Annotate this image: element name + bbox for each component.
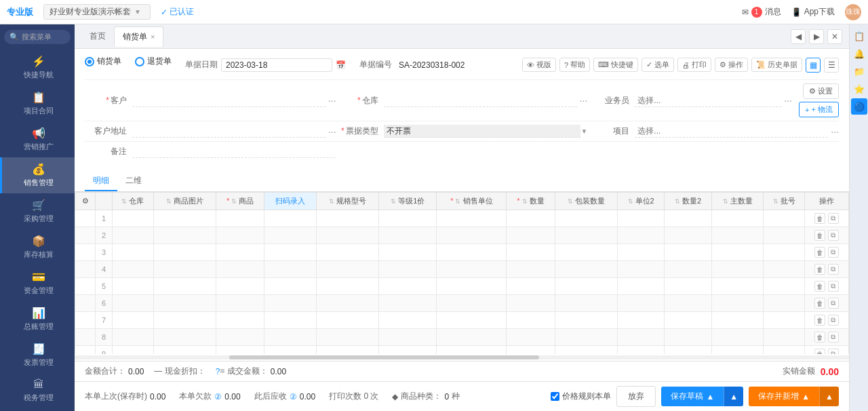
- table-row[interactable]: 7 🗑 ⧉: [75, 312, 849, 329]
- cell-barcode-2[interactable]: [264, 227, 316, 244]
- cell-sales-unit-7[interactable]: [437, 312, 507, 329]
- cell-product-4[interactable]: [216, 261, 264, 278]
- cell-product-img-7[interactable]: [153, 312, 216, 329]
- cell-quantity-2[interactable]: [507, 227, 555, 244]
- delete-row-icon-6[interactable]: 🗑: [814, 298, 825, 309]
- address-picker-btn[interactable]: ···: [328, 126, 336, 137]
- cell-batch-8[interactable]: [764, 329, 805, 346]
- copy-row-icon-9[interactable]: ⧉: [828, 349, 839, 354]
- col-barcode-header[interactable]: 扫码录入: [264, 193, 316, 210]
- table-row[interactable]: 3 🗑 ⧉: [75, 244, 849, 261]
- cell-unit2-4[interactable]: [617, 261, 664, 278]
- cell-quantity-6[interactable]: [507, 295, 555, 312]
- cell-grade-price-7[interactable]: [379, 312, 437, 329]
- cell-pack-qty-3[interactable]: [555, 244, 617, 261]
- tab-detail[interactable]: 明细: [85, 172, 117, 191]
- cell-pack-qty-5[interactable]: [555, 278, 617, 295]
- delete-row-icon-1[interactable]: 🗑: [814, 213, 825, 224]
- delete-row-icon-5[interactable]: 🗑: [814, 281, 825, 292]
- calendar-icon[interactable]: 📅: [336, 60, 346, 70]
- warehouse-picker-btn[interactable]: ···: [580, 95, 588, 106]
- radio-sales-order[interactable]: 销货单: [85, 56, 121, 67]
- cell-pack-qty-2[interactable]: [555, 227, 617, 244]
- cell-batch-4[interactable]: [764, 261, 805, 278]
- cell-warehouse-2[interactable]: [113, 227, 154, 244]
- table-row[interactable]: 2 🗑 ⧉: [75, 227, 849, 244]
- btn-save-draft[interactable]: 保存草稿 ▲: [661, 387, 724, 406]
- rp-icon-4[interactable]: ⭐: [851, 81, 867, 97]
- sidebar-item-assets[interactable]: 🏢 固定资产: [0, 408, 75, 411]
- cell-product-5[interactable]: [216, 278, 264, 295]
- address-input[interactable]: [132, 125, 326, 138]
- cell-quantity-4[interactable]: [507, 261, 555, 278]
- cell-qty2-3[interactable]: [665, 244, 711, 261]
- cell-grade-price-1[interactable]: [379, 210, 437, 227]
- price-policy-checkbox[interactable]: 价格规则本单: [551, 391, 611, 402]
- sidebar-item-inventory[interactable]: 📦 库存核算: [0, 229, 75, 265]
- sidebar-item-tax[interactable]: 🏛 税务管理: [0, 373, 75, 408]
- cell-warehouse-6[interactable]: [113, 295, 154, 312]
- prev-tab-button[interactable]: ◀: [791, 29, 806, 44]
- cell-sales-unit-2[interactable]: [437, 227, 507, 244]
- search-menu-button[interactable]: 🔍 搜索菜单: [4, 30, 71, 44]
- btn-save-new-arrow[interactable]: ▲: [819, 387, 839, 406]
- note-input[interactable]: [132, 145, 336, 158]
- cell-spec-6[interactable]: [316, 295, 378, 312]
- receivable-help-icon[interactable]: ②: [290, 392, 297, 402]
- user-avatar[interactable]: 珠珠: [845, 4, 861, 20]
- cell-unit2-5[interactable]: [617, 278, 664, 295]
- table-row[interactable]: 5 🗑 ⧉: [75, 278, 849, 295]
- cell-batch-7[interactable]: [764, 312, 805, 329]
- cell-warehouse-8[interactable]: [113, 329, 154, 346]
- cell-unit2-9[interactable]: [617, 346, 664, 355]
- cell-actions-9[interactable]: 🗑 ⧉: [804, 346, 848, 355]
- tab-close-button[interactable]: ×: [151, 33, 155, 41]
- cell-product-img-6[interactable]: [153, 295, 216, 312]
- company-selector[interactable]: 好业财专业版演示帐套 ▼: [43, 4, 151, 20]
- copy-row-icon-2[interactable]: ⧉: [828, 230, 839, 241]
- cell-batch-2[interactable]: [764, 227, 805, 244]
- cell-product-img-3[interactable]: [153, 244, 216, 261]
- copy-row-icon-4[interactable]: ⧉: [828, 264, 839, 275]
- cell-product-img-9[interactable]: [153, 346, 216, 355]
- view-toggle-1[interactable]: ▦: [806, 58, 821, 73]
- cell-product-9[interactable]: [216, 346, 264, 355]
- next-tab-button[interactable]: ▶: [809, 29, 824, 44]
- cell-spec-4[interactable]: [316, 261, 378, 278]
- cell-product-1[interactable]: [216, 210, 264, 227]
- cell-qty2-1[interactable]: [665, 210, 711, 227]
- app-download-button[interactable]: 📱 App下载: [791, 6, 835, 18]
- customer-picker-btn[interactable]: ···: [328, 95, 336, 106]
- cell-actions-6[interactable]: 🗑 ⧉: [804, 295, 848, 312]
- cell-product-3[interactable]: [216, 244, 264, 261]
- cell-main-qty-4[interactable]: [711, 261, 764, 278]
- cell-batch-5[interactable]: [764, 278, 805, 295]
- col-product-img-header[interactable]: ⇅ 商品图片: [153, 193, 216, 210]
- copy-row-icon-8[interactable]: ⧉: [828, 332, 839, 342]
- btn-save-new[interactable]: 保存并新增 ▲: [749, 387, 819, 406]
- delete-row-icon-9[interactable]: 🗑: [814, 349, 825, 354]
- cell-actions-3[interactable]: 🗑 ⧉: [804, 244, 848, 261]
- cell-product-8[interactable]: [216, 329, 264, 346]
- cell-barcode-3[interactable]: [264, 244, 316, 261]
- btn-setting[interactable]: ⚙ 设置: [803, 83, 839, 99]
- cell-unit2-2[interactable]: [617, 227, 664, 244]
- delete-row-icon-2[interactable]: 🗑: [814, 230, 825, 241]
- cell-warehouse-3[interactable]: [113, 244, 154, 261]
- cell-main-qty-9[interactable]: [711, 346, 764, 355]
- tab-2d[interactable]: 二维: [117, 172, 150, 191]
- cell-main-qty-6[interactable]: [711, 295, 764, 312]
- cell-qty2-4[interactable]: [665, 261, 711, 278]
- cell-quantity-3[interactable]: [507, 244, 555, 261]
- col-qty2-header[interactable]: ⇅ 数量2: [665, 193, 711, 210]
- btn-add-logistics[interactable]: + + 物流: [799, 102, 839, 117]
- cell-actions-8[interactable]: 🗑 ⧉: [804, 329, 848, 346]
- cell-spec-2[interactable]: [316, 227, 378, 244]
- cell-unit2-7[interactable]: [617, 312, 664, 329]
- cell-main-qty-2[interactable]: [711, 227, 764, 244]
- sidebar-item-marketing[interactable]: 📢 营销推广: [0, 121, 75, 157]
- cell-grade-price-8[interactable]: [379, 329, 437, 346]
- cell-batch-6[interactable]: [764, 295, 805, 312]
- table-row[interactable]: 1 🗑 ⧉: [75, 210, 849, 227]
- cell-barcode-4[interactable]: [264, 261, 316, 278]
